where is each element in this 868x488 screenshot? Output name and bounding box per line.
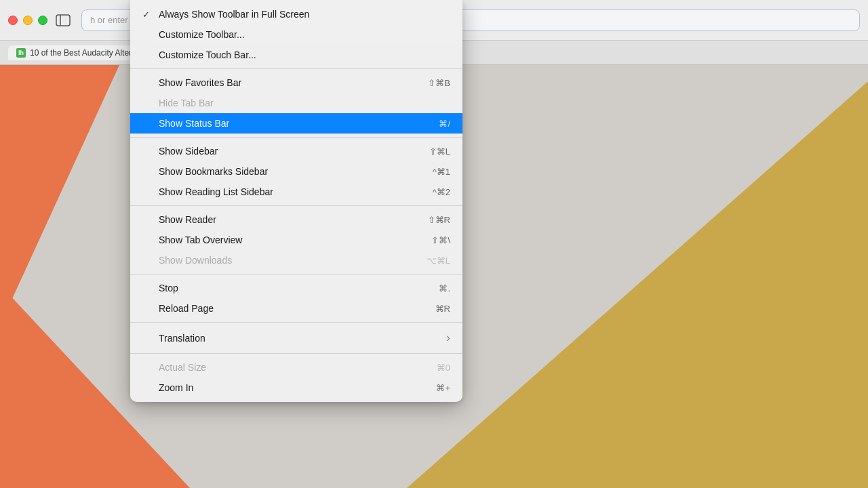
menu-item-translation[interactable]: Translation›	[130, 326, 462, 350]
show-reading-list-sidebar-shortcut: ^⌘2	[433, 187, 450, 197]
separator-after-translation	[130, 353, 462, 354]
actual-size-label: Actual Size	[159, 362, 206, 373]
always-show-toolbar-label: Always Show Toolbar in Full Screen	[159, 9, 309, 20]
menu-item-show-reading-list-sidebar[interactable]: Show Reading List Sidebar^⌘2	[130, 182, 462, 202]
menu-item-reload-page[interactable]: Reload Page⌘R	[130, 298, 462, 319]
separator-after-show-downloads	[130, 274, 462, 274]
menu-overlay: ✓Always Show Toolbar in Full ScreenCusto…	[0, 0, 868, 488]
separator-after-customize-touch-bar	[130, 68, 462, 69]
menu-item-actual-size: Actual Size⌘0	[130, 357, 462, 378]
menu-item-stop[interactable]: Stop⌘.	[130, 278, 462, 298]
menu-item-zoom-in[interactable]: Zoom In⌘+	[130, 378, 462, 398]
menu-item-customize-touch-bar[interactable]: Customize Touch Bar...	[130, 45, 462, 65]
show-favorites-bar-shortcut: ⇧⌘B	[428, 78, 450, 88]
reload-page-shortcut: ⌘R	[435, 304, 450, 314]
reload-page-label: Reload Page	[159, 303, 214, 314]
zoom-in-shortcut: ⌘+	[436, 383, 450, 393]
menu-item-show-status-bar[interactable]: Show Status Bar⌘/	[130, 113, 462, 134]
menu-item-show-tab-overview[interactable]: Show Tab Overview⇧⌘\	[130, 230, 462, 250]
menu-item-show-reader[interactable]: Show Reader⇧⌘R	[130, 209, 462, 230]
stop-label: Stop	[159, 283, 178, 293]
menu-item-always-show-toolbar[interactable]: ✓Always Show Toolbar in Full Screen	[130, 4, 462, 24]
show-sidebar-label: Show Sidebar	[159, 146, 218, 157]
show-reader-label: Show Reader	[159, 214, 216, 225]
context-menu: ✓Always Show Toolbar in Full ScreenCusto…	[130, 0, 462, 402]
customize-touch-bar-label: Customize Touch Bar...	[159, 49, 256, 60]
show-sidebar-shortcut: ⇧⌘L	[429, 146, 450, 157]
menu-item-show-bookmarks-sidebar[interactable]: Show Bookmarks Sidebar^⌘1	[130, 161, 462, 182]
show-favorites-bar-label: Show Favorites Bar	[159, 77, 241, 88]
show-reading-list-sidebar-label: Show Reading List Sidebar	[159, 186, 273, 197]
menu-item-show-downloads: Show Downloads⌥⌘L	[130, 250, 462, 270]
menu-item-show-sidebar[interactable]: Show Sidebar⇧⌘L	[130, 141, 462, 161]
translation-arrow: ›	[446, 331, 450, 345]
show-tab-overview-shortcut: ⇧⌘\	[431, 235, 450, 245]
menu-item-customize-toolbar[interactable]: Customize Toolbar...	[130, 24, 462, 45]
separator-after-show-reading-list-sidebar	[130, 205, 462, 206]
show-downloads-label: Show Downloads	[159, 255, 232, 266]
separator-after-reload-page	[130, 322, 462, 323]
actual-size-shortcut: ⌘0	[437, 363, 450, 373]
show-bookmarks-sidebar-shortcut: ^⌘1	[433, 167, 450, 177]
show-reader-shortcut: ⇧⌘R	[428, 215, 450, 225]
show-downloads-shortcut: ⌥⌘L	[427, 256, 450, 266]
show-tab-overview-label: Show Tab Overview	[159, 235, 242, 245]
always-show-toolbar-checkmark: ✓	[142, 9, 153, 20]
show-status-bar-label: Show Status Bar	[159, 118, 229, 129]
menu-item-show-favorites-bar[interactable]: Show Favorites Bar⇧⌘B	[130, 73, 462, 93]
hide-tab-bar-label: Hide Tab Bar	[159, 98, 214, 108]
stop-shortcut: ⌘.	[439, 283, 450, 293]
show-status-bar-shortcut: ⌘/	[439, 119, 450, 129]
show-bookmarks-sidebar-label: Show Bookmarks Sidebar	[159, 166, 268, 177]
separator-after-show-status-bar	[130, 137, 462, 138]
translation-label: Translation	[159, 333, 205, 344]
menu-item-hide-tab-bar: Hide Tab Bar	[130, 93, 462, 113]
zoom-in-label: Zoom In	[159, 382, 193, 393]
customize-toolbar-label: Customize Toolbar...	[159, 29, 245, 40]
